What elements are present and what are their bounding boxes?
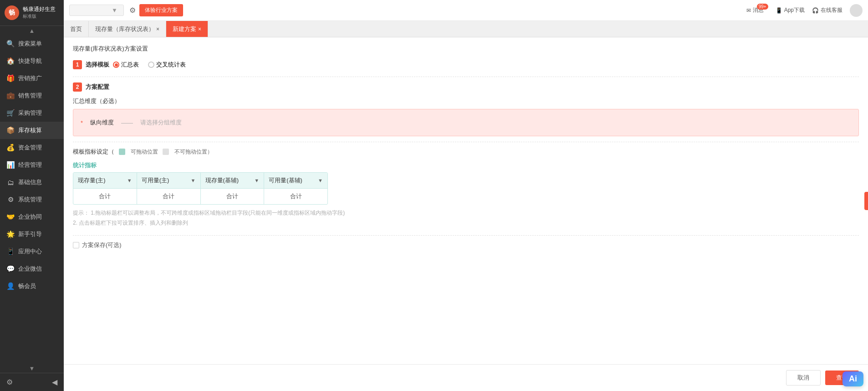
sidebar-logo: 畅 畅康通好生意 标准版 [0, 0, 64, 26]
collapse-icon[interactable]: ◀ [52, 378, 57, 386]
message-button[interactable]: ✉ 消息 99+ [746, 6, 764, 14]
stats-header-cell-4[interactable]: 可用量(基辅) ▼ [264, 173, 327, 189]
stats-body-col-1: 合计 [73, 189, 137, 204]
sidebar-item-shortcut[interactable]: 🏠 快捷导航 [0, 52, 64, 70]
main-area: ▼ ⚙ 体验行业方案 ✉ 消息 99+ 📱 App下载 🎧 在线客服 首页 [64, 0, 868, 391]
agg-section: 汇总维度（必选） * 纵向维度 —— 请选择分组维度 [73, 97, 859, 136]
stats-header-cell-2[interactable]: 可用量(主) ▼ [137, 173, 200, 189]
chevron-down-icon-1[interactable]: ▼ [127, 178, 132, 183]
stats-table: 现存量(主) ▼ 可用量(主) ▼ 现存量(基辅) ▼ [73, 172, 328, 205]
app-download-button[interactable]: 📱 App下载 [776, 6, 805, 14]
tab-home[interactable]: 首页 [64, 21, 89, 37]
sidebar-item-purchase[interactable]: 🛒 采购管理 [0, 104, 64, 122]
sidebar-item-enterprise[interactable]: 🤝 企业协同 [0, 208, 64, 226]
sidebar-item-inventory[interactable]: 📦 库存核算 [0, 122, 64, 139]
save-checkbox[interactable] [73, 242, 79, 248]
logo-text: 畅康通好生意 [23, 6, 56, 13]
trial-button[interactable]: 体验行业方案 [139, 4, 183, 16]
step1-badge: 1 [73, 60, 82, 69]
sidebar-item-label: 采购管理 [18, 109, 42, 117]
sidebar-item-basic[interactable]: 🗂 基础信息 [0, 174, 64, 191]
sidebar-item-label: 营销推广 [18, 74, 42, 82]
sidebar-item-wechat[interactable]: 💬 企业微信 [0, 260, 64, 278]
stats-table-body: 合计 合计 合计 合计 [73, 189, 327, 204]
topbar-gear-icon[interactable]: ⚙ [129, 6, 136, 15]
ai-badge[interactable]: Ai [842, 371, 863, 386]
online-service-button[interactable]: 🎧 在线客服 [812, 6, 842, 14]
sidebar-item-label: 资金管理 [18, 144, 42, 152]
stats-body-cell-1: 合计 [73, 189, 137, 204]
stats-header-cell-1[interactable]: 现存量(主) ▼ [73, 173, 137, 189]
draggable-label: 可拖动位置 [131, 148, 158, 156]
inventory-icon: 📦 [6, 126, 15, 134]
chevron-down-icon-4[interactable]: ▼ [318, 178, 323, 183]
message-icon: ✉ [746, 7, 751, 14]
vert-dim-area[interactable]: * 纵向维度 —— 请选择分组维度 [73, 109, 859, 136]
management-icon: 📊 [6, 161, 15, 169]
stats-table-header: 现存量(主) ▼ 可用量(主) ▼ 现存量(基辅) ▼ [73, 173, 327, 189]
sidebar-item-finance[interactable]: 💰 资金管理 [0, 139, 64, 156]
system-icon: ⚙ [6, 196, 15, 204]
topbar-search[interactable]: ▼ [69, 5, 124, 16]
tab-close-inventory[interactable]: × [156, 26, 159, 32]
stats-col-1: 现存量(主) ▼ [73, 173, 137, 189]
topbar-right: ✉ 消息 99+ 📱 App下载 🎧 在线客服 [746, 4, 863, 17]
app-icon: 📱 [6, 247, 15, 256]
step1-title: 选择模板 [86, 61, 109, 69]
vert-dim-label: 纵向维度 [90, 118, 114, 127]
right-edge-handle[interactable] [864, 192, 868, 210]
user-avatar[interactable] [850, 4, 863, 17]
template-radio-group: 汇总表 交叉统计表 [113, 61, 186, 69]
radio-cross-circle [148, 62, 154, 68]
cart-icon: 🛒 [6, 109, 15, 117]
radio-cross[interactable]: 交叉统计表 [148, 61, 186, 69]
basic-icon: 🗂 [6, 178, 15, 186]
sidebar-item-label: 畅会员 [18, 282, 36, 290]
app-download-label: App下载 [784, 6, 805, 14]
sidebar-item-newuser[interactable]: 🌟 新手引导 [0, 226, 64, 243]
sidebar-item-label: 经营管理 [18, 161, 42, 169]
member-icon: 👤 [6, 282, 15, 290]
sidebar-item-member[interactable]: 👤 畅会员 [0, 278, 64, 295]
search-icon: 🔍 [6, 40, 15, 48]
tips: 提示： 1.拖动标题栏可以调整布局，不可跨维度或指标区域拖动栏目字段(只能在同一… [73, 208, 859, 228]
topbar-dropdown-icon[interactable]: ▼ [112, 7, 117, 14]
topbar: ▼ ⚙ 体验行业方案 ✉ 消息 99+ 📱 App下载 🎧 在线客服 [64, 0, 868, 21]
chevron-down-icon-2[interactable]: ▼ [191, 178, 196, 183]
tab-inventory-status[interactable]: 现存量（库存状况表） × [89, 21, 166, 37]
chevron-down-icon-3[interactable]: ▼ [254, 178, 259, 183]
sidebar-item-management[interactable]: 📊 经营管理 [0, 156, 64, 174]
stats-col-2: 可用量(主) ▼ [137, 173, 201, 189]
sidebar-item-search[interactable]: 🔍 搜索菜单 [0, 35, 64, 52]
sidebar-item-label: 企业协同 [18, 213, 42, 221]
sidebar-bottom: ⚙ ◀ [0, 373, 64, 391]
search-input[interactable] [73, 7, 110, 14]
vert-dim-arrow: —— [121, 119, 133, 126]
page-title: 现存量(库存状况表)方案设置 [73, 45, 859, 53]
sidebar-item-marketing[interactable]: 🎁 营销推广 [0, 70, 64, 87]
stats-header-cell-3[interactable]: 现存量(基辅) ▼ [201, 173, 264, 189]
tab-close-new-scheme[interactable]: × [198, 26, 201, 32]
sidebar-item-sales[interactable]: 💼 销售管理 [0, 87, 64, 104]
sidebar: 畅 畅康通好生意 标准版 ▲ 🔍 搜索菜单 🏠 快捷导航 🎁 营销推广 💼 销售… [0, 0, 64, 391]
sidebar-item-label: 新手引导 [18, 230, 42, 238]
template-indicators-label: 模板指标设定（ [73, 148, 114, 156]
app-icon: 📱 [776, 7, 782, 14]
sidebar-item-label: 搜索菜单 [18, 40, 42, 48]
settings-bottom-icon[interactable]: ⚙ [6, 378, 13, 386]
stats-body-cell-3: 合计 [201, 189, 264, 204]
sidebar-scroll-up[interactable]: ▲ [0, 26, 64, 35]
sidebar-item-label: 快捷导航 [18, 57, 42, 65]
non-draggable-label: 不可拖动位置） [174, 148, 213, 156]
sidebar-item-system[interactable]: ⚙ 系统管理 [0, 191, 64, 208]
sidebar-scroll-down[interactable]: ▼ [0, 364, 64, 373]
sidebar-item-appstore[interactable]: 📱 应用中心 [0, 243, 64, 260]
cancel-button[interactable]: 取消 [786, 370, 821, 386]
tip2-text: 2. 点击标题栏下拉可设置排序、插入列和删除列 [73, 220, 188, 226]
sidebar-item-label: 应用中心 [18, 247, 42, 256]
stats-col-3: 现存量(基辅) ▼ [201, 173, 265, 189]
radio-summary[interactable]: 汇总表 [113, 61, 139, 69]
content-area: 现存量(库存状况表)方案设置 1 选择模板 汇总表 交叉统计表 [64, 37, 868, 364]
agg-dim-label: 汇总维度（必选） [73, 97, 859, 105]
tab-new-scheme[interactable]: 新建方案 × [166, 21, 208, 37]
